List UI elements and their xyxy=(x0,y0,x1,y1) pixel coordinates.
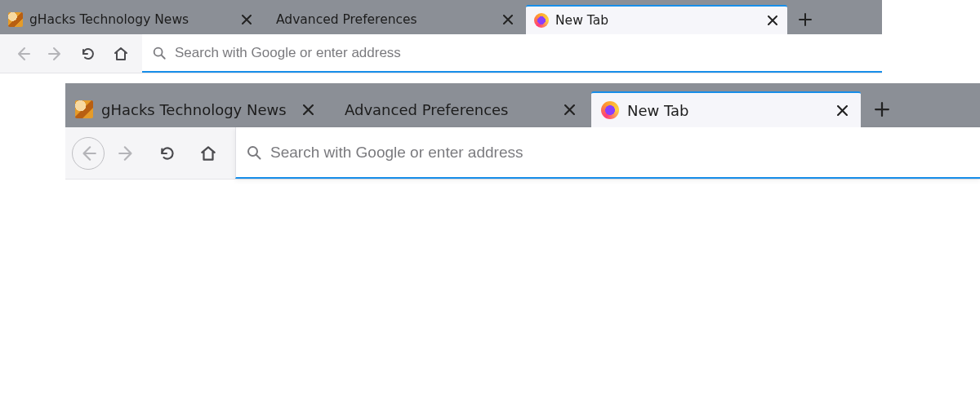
close-tab-button[interactable] xyxy=(559,99,580,120)
back-button[interactable] xyxy=(72,137,105,170)
tab-title: Advanced Preferences xyxy=(345,101,552,118)
address-bar[interactable] xyxy=(142,34,882,73)
plus-icon xyxy=(799,13,812,26)
address-input[interactable] xyxy=(175,45,872,61)
tab-title: gHacks Technology News xyxy=(101,101,291,118)
close-icon xyxy=(564,104,575,115)
close-icon xyxy=(303,104,314,115)
home-button[interactable] xyxy=(106,39,136,69)
navigation-toolbar xyxy=(0,34,882,73)
close-tab-button[interactable] xyxy=(500,11,516,28)
tab-advanced-preferences[interactable]: Advanced Preferences xyxy=(327,91,588,127)
back-button[interactable] xyxy=(8,39,38,69)
tab-strip: gHacks Technology News Advanced Preferen… xyxy=(0,0,882,34)
tab-advanced-preferences[interactable]: Advanced Preferences xyxy=(261,5,523,34)
close-icon xyxy=(503,15,513,24)
tab-title: gHacks Technology News xyxy=(29,12,232,27)
browser-window-compact: gHacks Technology News Advanced Preferen… xyxy=(0,0,882,73)
arrow-right-icon xyxy=(118,144,136,162)
tab-title: New Tab xyxy=(555,13,758,28)
close-icon xyxy=(837,105,848,116)
search-icon xyxy=(152,46,167,60)
ghacks-favicon-icon xyxy=(8,12,23,27)
close-tab-button[interactable] xyxy=(764,12,781,29)
arrow-left-icon xyxy=(15,46,31,62)
tab-ghacks[interactable]: gHacks Technology News xyxy=(0,5,261,34)
ghacks-favicon-icon xyxy=(75,100,93,118)
new-tab-button[interactable] xyxy=(791,5,820,34)
reload-icon xyxy=(158,144,176,162)
new-tab-button[interactable] xyxy=(864,91,900,127)
home-button[interactable] xyxy=(189,135,227,172)
reload-button[interactable] xyxy=(74,39,103,69)
firefox-favicon-icon xyxy=(534,13,549,28)
forward-button[interactable] xyxy=(41,39,70,69)
search-icon xyxy=(246,144,262,161)
arrow-left-icon xyxy=(79,144,97,162)
close-tab-button[interactable] xyxy=(297,99,318,120)
tab-title: Advanced Preferences xyxy=(276,12,493,27)
tab-new-tab[interactable]: New Tab xyxy=(526,5,787,34)
navigation-toolbar xyxy=(65,127,980,180)
close-icon xyxy=(242,15,252,24)
address-bar[interactable] xyxy=(235,127,980,179)
firefox-favicon-icon xyxy=(601,101,619,119)
tab-ghacks[interactable]: gHacks Technology News xyxy=(65,91,327,127)
forward-button[interactable] xyxy=(108,135,145,172)
tab-strip: gHacks Technology News Advanced Preferen… xyxy=(65,83,980,127)
home-icon xyxy=(113,46,129,62)
home-icon xyxy=(199,144,217,162)
close-tab-button[interactable] xyxy=(238,11,255,28)
address-input[interactable] xyxy=(270,144,970,162)
plus-icon xyxy=(875,102,889,117)
tab-title: New Tab xyxy=(627,102,825,119)
reload-icon xyxy=(80,46,96,62)
arrow-right-icon xyxy=(47,46,64,62)
tab-new-tab[interactable]: New Tab xyxy=(591,91,861,127)
reload-button[interactable] xyxy=(149,135,186,172)
browser-window-large: gHacks Technology News Advanced Preferen… xyxy=(65,83,980,180)
close-tab-button[interactable] xyxy=(831,100,853,121)
close-icon xyxy=(768,16,777,25)
